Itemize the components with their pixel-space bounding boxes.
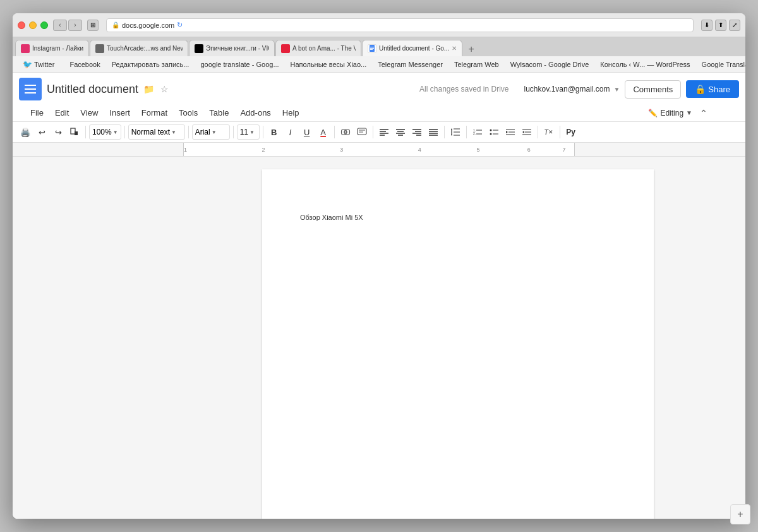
close-button[interactable] [18,21,25,29]
menu-format[interactable]: Format [136,106,172,120]
font-size-value: 11 [240,128,248,136]
url-bar[interactable]: 🔒 docs.google.com ↻ [106,18,694,32]
bulleted-list-button[interactable] [486,124,502,140]
docs-title-row: Untitled document 📁 ☆ All changes saved … [19,78,739,104]
align-right-button[interactable] [409,124,424,140]
reload-icon[interactable]: ↻ [177,21,183,29]
insert-comment-button[interactable] [354,124,370,140]
menu-help[interactable]: Help [277,106,304,120]
editing-mode[interactable]: ✏️ Editing ▼ ⌃ [648,108,707,118]
theverge-favicon [281,44,290,53]
browser-tab-vice[interactable]: Эпичные книг...ги - VICE [189,40,275,56]
menu-addons[interactable]: Add-ons [235,106,275,120]
dropdown-arrow-icon[interactable]: ▼ [614,86,620,93]
increase-indent-button[interactable] [519,124,534,140]
browser-tab-instagram[interactable]: Instagram - Лайки [15,40,89,56]
menu-table[interactable]: Table [204,106,234,120]
svg-rect-5 [25,88,36,90]
underline-button[interactable]: U [299,124,315,140]
document-text-paragraph[interactable]: Обзор Xiaomi Mi 5X [300,214,616,221]
menu-edit[interactable]: Edit [50,106,74,120]
font-color-label: A [320,128,326,137]
russian-input-button[interactable]: Ру [563,124,579,140]
document-content[interactable]: Обзор Xiaomi Mi 5X [300,214,616,221]
undo-button[interactable]: ↩ [34,124,49,140]
paint-format-button[interactable] [67,124,82,140]
clear-format-button[interactable]: T✕ [541,124,556,140]
docs-menu-icon[interactable] [19,78,42,100]
bookmark-wordpress[interactable]: Консоль ‹ W... — WordPress [595,59,695,70]
browser-tab-theverge[interactable]: A bot on Ama... - The Verge [275,40,361,56]
svg-rect-1 [370,47,374,47]
docs-title[interactable]: Untitled document [47,83,138,96]
svg-marker-46 [506,131,508,133]
insert-link-button[interactable] [338,124,353,140]
browser-tab-docs[interactable]: Untitled document - Go... ✕ [362,40,462,56]
menu-file[interactable]: File [25,106,49,120]
menu-tools[interactable]: Tools [174,106,203,120]
explore-button[interactable]: + [730,504,745,519]
comments-button[interactable]: Comments [625,80,681,99]
bookmark-edit[interactable]: Редактировать запись... [107,59,195,70]
clear-format-label: T [544,128,548,136]
maximize-button[interactable] [40,21,48,29]
print-button[interactable]: 🖨️ [18,124,33,140]
menu-view[interactable]: View [75,106,103,120]
collapse-toolbar-icon[interactable]: ⌃ [700,108,707,118]
numbered-list-button[interactable]: 1.2. [470,124,485,140]
titlebar-actions: ⬇ ⬆ ⤢ [701,20,740,31]
instagram-favicon [21,44,30,53]
svg-text:2.: 2. [473,131,476,135]
font-size-dropdown-icon: ▼ [250,130,255,135]
ruler-mark-5: 6 [527,147,531,153]
tab-close-icon[interactable]: ✕ [449,45,457,52]
toolbar-sep-8 [444,126,445,138]
docs-page[interactable]: Обзор Xiaomi Mi 5X [262,169,654,519]
new-tab-button[interactable]: ⊞ [87,20,99,31]
toolbar-sep-6 [334,126,335,138]
share-label: Share [708,85,730,94]
redo-button[interactable]: ↪ [51,124,66,140]
font-selector[interactable]: Arial ▼ [192,124,230,140]
style-selector[interactable]: Normal text ▼ [128,124,185,140]
back-button[interactable]: ‹ [53,20,67,31]
zoom-selector[interactable]: 100% ▼ [89,124,121,140]
align-center-button[interactable] [393,124,408,140]
bookmark-facebook[interactable]: Facebook [64,59,105,70]
download-icon[interactable]: ⬇ [701,20,713,31]
font-color-button[interactable]: A [316,124,331,140]
docs-folder-icon[interactable]: 📁 [143,84,154,94]
bookmark-translate[interactable]: google translate - Goog... [195,59,284,70]
decrease-indent-button[interactable] [503,124,518,140]
italic-button[interactable]: I [283,124,298,140]
line-spacing-button[interactable] [448,124,463,140]
minimize-button[interactable] [29,21,37,29]
font-size-selector[interactable]: 11 ▼ [237,124,260,140]
style-dropdown-icon: ▼ [171,130,176,135]
forward-button[interactable]: › [68,20,82,31]
fullscreen-icon[interactable]: ⤢ [729,20,740,31]
svg-rect-8 [75,131,78,135]
bookmark-drive[interactable]: Wylsacom - Google Drive [505,59,594,70]
ruler-mark-6: 7 [562,147,565,153]
docs-content-area[interactable]: Обзор Xiaomi Mi 5X [183,157,733,519]
new-tab-add-button[interactable]: + [463,42,479,56]
bookmark-twitter[interactable]: 🐦 Twitter [18,59,59,70]
toolbar-sep-3 [188,126,189,138]
tab-label: Untitled document - Go... [379,45,449,52]
bookmark-telegram-messenger[interactable]: Telegram Messenger [373,59,448,70]
docs-star-icon[interactable]: ☆ [160,84,169,94]
traffic-lights [18,21,48,29]
menu-insert[interactable]: Insert [104,106,135,120]
align-justify-button[interactable] [426,124,441,140]
browser-tab-toucharcade[interactable]: TouchArcade:...ws and News [90,40,188,56]
share-button[interactable]: 🔒 Share [686,80,739,98]
bold-button[interactable]: B [267,124,282,140]
bookmark-google-translate[interactable]: Google Translate [697,59,745,70]
bookmark-telegram-web[interactable]: Telegram Web [449,59,504,70]
tab-label: TouchArcade:...ws and News [107,45,183,52]
twitter-icon: 🐦 [23,60,32,69]
share-icon[interactable]: ⬆ [715,20,726,31]
bookmark-xiaomi[interactable]: Напольные весы Xiao... [286,59,372,70]
align-left-button[interactable] [376,124,392,140]
